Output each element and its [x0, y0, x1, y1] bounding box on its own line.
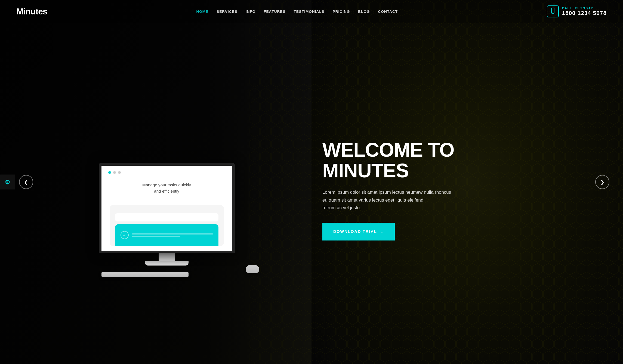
- nav-link-contact[interactable]: CONTACT: [378, 10, 398, 14]
- call-label: CALL US TODAY: [562, 7, 607, 10]
- nav-item-features[interactable]: FEATURES: [264, 9, 285, 14]
- nav-link-pricing[interactable]: PRICING: [333, 10, 350, 14]
- monitor-mouse: [246, 265, 259, 273]
- nav-item-home[interactable]: HOME: [196, 9, 208, 14]
- hero-section: Minutes HOME SERVICES INFO FEATURES TEST…: [0, 0, 623, 364]
- monitor-stand: [145, 261, 189, 266]
- dot-3: [118, 171, 121, 174]
- gear-icon: ⚙: [5, 178, 10, 186]
- nav-item-services[interactable]: SERVICES: [217, 9, 238, 14]
- monitor-text: Manage your tasks quicklyand efficiently: [107, 182, 227, 195]
- check-circle: ✓: [121, 231, 129, 239]
- teal-line-1: [132, 233, 213, 235]
- settings-button[interactable]: ⚙: [0, 175, 15, 190]
- phone-cta: CALL US TODAY 1800 1234 5678: [547, 5, 607, 17]
- hero-title-line1: WELCOME TO: [322, 139, 454, 161]
- phone-icon: [550, 7, 556, 16]
- nav-item-info[interactable]: INFO: [246, 9, 255, 14]
- slide-dots: [107, 171, 227, 174]
- nav-link-info[interactable]: INFO: [246, 10, 255, 14]
- chevron-right-icon: ❯: [600, 179, 605, 185]
- monitor-card: ✓: [110, 205, 224, 246]
- slider-prev-button[interactable]: ❮: [19, 175, 33, 189]
- chevron-left-icon: ❮: [24, 179, 28, 185]
- download-arrow-icon: ↓: [381, 229, 384, 235]
- hero-title: WELCOME TO MINUTES: [322, 140, 601, 181]
- keyboard-mouse-wrap: [99, 268, 235, 277]
- nav-link-blog[interactable]: BLOG: [358, 10, 370, 14]
- hero-title-line2: MINUTES: [322, 160, 409, 181]
- monitor: Manage your tasks quicklyand efficiently…: [99, 163, 235, 277]
- hero-text: WELCOME TO MINUTES Lorem ipsum dolor sit…: [312, 140, 601, 257]
- nav-link-testimonials[interactable]: TESTIMONIALS: [294, 10, 324, 14]
- hero-description: Lorem ipsum dolor sit amet ipsum lectus …: [322, 189, 453, 212]
- nav-item-blog[interactable]: BLOG: [358, 9, 370, 14]
- nav-item-contact[interactable]: CONTACT: [378, 9, 398, 14]
- phone-text: CALL US TODAY 1800 1234 5678: [562, 7, 607, 16]
- monitor-keyboard: [101, 272, 189, 277]
- download-label: DOWNLOAD TRIAL: [333, 229, 377, 234]
- nav-item-testimonials[interactable]: TESTIMONIALS: [294, 9, 324, 14]
- svg-rect-2: [551, 8, 554, 13]
- nav-links: HOME SERVICES INFO FEATURES TESTIMONIALS…: [196, 9, 398, 14]
- teal-lines: [132, 233, 213, 237]
- nav-link-home[interactable]: HOME: [196, 10, 208, 14]
- monitor-base: [99, 253, 235, 266]
- dot-2: [113, 171, 116, 174]
- phone-icon-wrap: [547, 5, 559, 17]
- download-trial-button[interactable]: DOWNLOAD TRIAL ↓: [322, 223, 395, 240]
- dot-1: [108, 171, 111, 174]
- nav-link-features[interactable]: FEATURES: [264, 10, 285, 14]
- nav-link-services[interactable]: SERVICES: [217, 10, 238, 14]
- logo[interactable]: Minutes: [16, 7, 47, 17]
- slider-next-button[interactable]: ❯: [595, 175, 609, 189]
- monitor-neck: [159, 253, 175, 261]
- monitor-screen: Manage your tasks quicklyand efficiently…: [99, 163, 235, 253]
- check-icon: ✓: [123, 233, 126, 237]
- monitor-card-bar: [115, 213, 218, 221]
- phone-number: 1800 1234 5678: [562, 10, 607, 16]
- monitor-teal-section: ✓: [115, 224, 218, 246]
- teal-line-2: [132, 236, 181, 237]
- nav-item-pricing[interactable]: PRICING: [333, 9, 350, 14]
- navbar: Minutes HOME SERVICES INFO FEATURES TEST…: [0, 0, 623, 23]
- monitor-illustration: Manage your tasks quicklyand efficiently…: [22, 163, 312, 277]
- hero-content: Manage your tasks quicklyand efficiently…: [0, 0, 623, 364]
